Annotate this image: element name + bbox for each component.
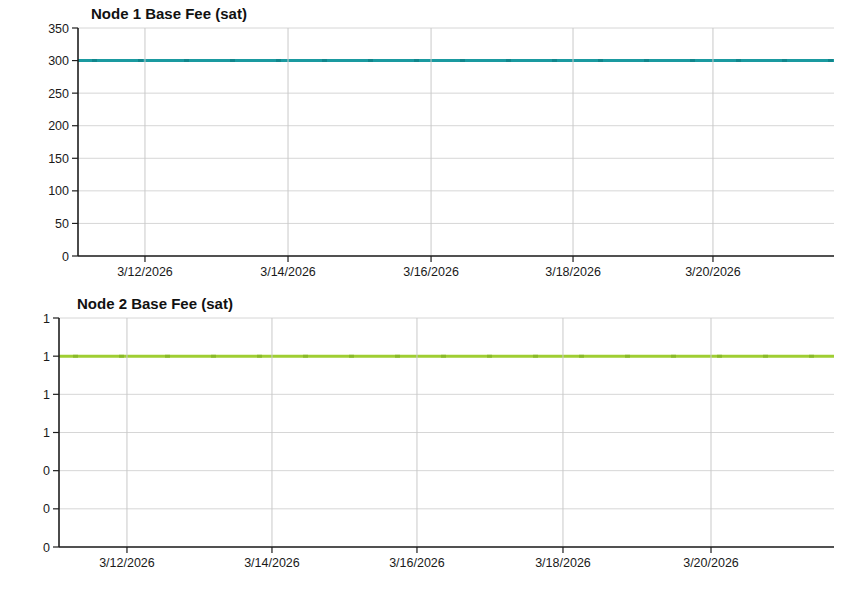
x-tick-label: 3/14/2026 <box>260 265 316 279</box>
x-tick-label: 3/20/2026 <box>683 556 739 570</box>
y-tick-label: 250 <box>48 87 69 101</box>
x-tick-label: 3/16/2026 <box>389 556 445 570</box>
y-tick-label: 0 <box>43 502 50 516</box>
x-tick-label: 3/18/2026 <box>535 556 591 570</box>
y-tick-label: 150 <box>48 152 69 166</box>
x-tick-label: 3/16/2026 <box>403 265 459 279</box>
y-tick-label: 0 <box>43 541 50 555</box>
x-tick-label: 3/12/2026 <box>117 265 173 279</box>
y-tick-label: 300 <box>48 54 69 68</box>
chart-node-2-base-fee: Node 2 Base Fee (sat) 11110003/12/20263/… <box>0 290 860 600</box>
y-tick-label: 1 <box>43 426 50 440</box>
y-tick-label: 50 <box>55 217 69 231</box>
y-tick-label: 1 <box>43 312 50 326</box>
y-tick-label: 0 <box>43 464 50 478</box>
y-tick-label: 1 <box>43 350 50 364</box>
chart-node-1-base-fee: Node 1 Base Fee (sat) 350300250200150100… <box>0 0 860 290</box>
y-tick-label: 0 <box>62 250 69 264</box>
y-tick-label: 200 <box>48 119 69 133</box>
x-tick-label: 3/18/2026 <box>545 265 601 279</box>
x-tick-label: 3/14/2026 <box>244 556 300 570</box>
dashboard-canvas: Node 1 Base Fee (sat) 350300250200150100… <box>0 0 860 600</box>
y-tick-label: 350 <box>48 22 69 36</box>
x-tick-label: 3/20/2026 <box>685 265 741 279</box>
y-tick-label: 100 <box>48 184 69 198</box>
y-tick-label: 1 <box>43 388 50 402</box>
chart-plot-area: 3503002502001501005003/12/20263/14/20263… <box>0 0 860 290</box>
x-tick-label: 3/12/2026 <box>99 556 155 570</box>
chart-plot-area: 11110003/12/20263/14/20263/16/20263/18/2… <box>0 290 860 600</box>
